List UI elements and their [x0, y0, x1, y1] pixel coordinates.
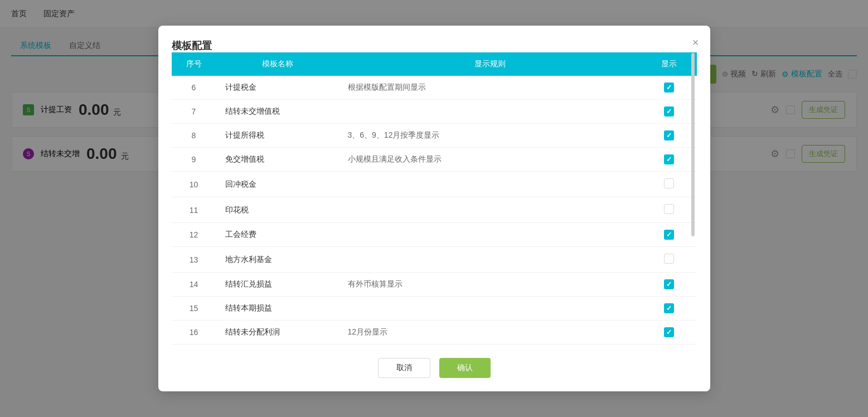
config-table: 序号 模板名称 显示规则 显示 6计提税金根据模版配置期间显示7结转未交增值税8… [172, 52, 697, 345]
cell-id: 12 [172, 223, 216, 247]
cell-id: 10 [172, 172, 216, 197]
cell-checkbox [641, 197, 697, 223]
col-header-name: 模板名称 [216, 52, 339, 76]
checkbox-row-14[interactable] [664, 279, 674, 289]
cell-id: 6 [172, 76, 216, 100]
table-row: 14结转汇兑损益有外币核算显示 [172, 273, 697, 297]
modal-footer: 取消 确认 [172, 358, 697, 378]
checkbox-row-13[interactable] [664, 254, 674, 264]
checkbox-row-16[interactable] [664, 327, 674, 337]
table-row: 12工会经费 [172, 223, 697, 247]
cell-id: 16 [172, 321, 216, 345]
cell-id: 13 [172, 247, 216, 273]
cell-name: 结转未分配利润 [216, 321, 339, 345]
cell-name: 印花税 [216, 197, 339, 223]
cell-name: 回冲税金 [216, 172, 339, 197]
cell-name: 工会经费 [216, 223, 339, 247]
cell-rule: 根据模版配置期间显示 [339, 76, 641, 100]
cell-checkbox [641, 273, 697, 297]
cell-checkbox [641, 321, 697, 345]
cell-name: 免交增值税 [216, 148, 339, 172]
confirm-button[interactable]: 确认 [439, 358, 491, 378]
table-row: 6计提税金根据模版配置期间显示 [172, 76, 697, 100]
col-header-rule: 显示规则 [339, 52, 641, 76]
checkbox-row-8[interactable] [664, 130, 674, 140]
table-row: 13地方水利基金 [172, 247, 697, 273]
cell-rule [339, 223, 641, 247]
cell-name: 结转未交增值税 [216, 100, 339, 124]
cell-rule: 3、6、9、12月按季度显示 [339, 124, 641, 148]
table-wrapper: 序号 模板名称 显示规则 显示 6计提税金根据模版配置期间显示7结转未交增值税8… [172, 52, 697, 358]
col-header-display: 显示 [641, 52, 697, 76]
table-row: 16结转未分配利润12月份显示 [172, 321, 697, 345]
cell-name: 结转汇兑损益 [216, 273, 339, 297]
cancel-button[interactable]: 取消 [378, 358, 430, 378]
cell-id: 8 [172, 124, 216, 148]
cell-checkbox [641, 148, 697, 172]
table-header-row: 序号 模板名称 显示规则 显示 [172, 52, 697, 76]
cell-checkbox [641, 124, 697, 148]
modal-overlay: 模板配置 × 序号 模板名称 显示规则 显示 6计提税金根据模版配置期间显示7结… [0, 0, 868, 417]
cell-checkbox [641, 172, 697, 197]
cell-checkbox [641, 223, 697, 247]
modal-title: 模板配置 [172, 40, 212, 51]
cell-rule [339, 247, 641, 273]
cell-rule: 12月份显示 [339, 321, 641, 345]
col-header-id: 序号 [172, 52, 216, 76]
cell-name: 计提税金 [216, 76, 339, 100]
checkbox-row-9[interactable] [664, 154, 674, 164]
cell-id: 11 [172, 197, 216, 223]
table-row: 9免交增值税小规模且满足收入条件显示 [172, 148, 697, 172]
checkbox-row-11[interactable] [664, 204, 674, 214]
table-row: 10回冲税金 [172, 172, 697, 197]
cell-rule [339, 197, 641, 223]
cell-id: 14 [172, 273, 216, 297]
checkbox-row-10[interactable] [664, 178, 674, 188]
cell-rule [339, 100, 641, 124]
modal-close-button[interactable]: × [692, 37, 699, 48]
cell-id: 7 [172, 100, 216, 124]
cell-rule: 小规模且满足收入条件显示 [339, 148, 641, 172]
cell-rule [339, 172, 641, 197]
cell-id: 15 [172, 297, 216, 321]
cell-id: 9 [172, 148, 216, 172]
cell-checkbox [641, 100, 697, 124]
cell-name: 结转本期损益 [216, 297, 339, 321]
table-row: 8计提所得税3、6、9、12月按季度显示 [172, 124, 697, 148]
cell-checkbox [641, 297, 697, 321]
cell-rule [339, 297, 641, 321]
cell-rule: 有外币核算显示 [339, 273, 641, 297]
scroll-thumb [691, 53, 695, 236]
table-row: 11印花税 [172, 197, 697, 223]
table-row: 15结转本期损益 [172, 297, 697, 321]
checkbox-row-7[interactable] [664, 106, 674, 117]
checkbox-row-15[interactable] [664, 303, 674, 313]
scrollbar[interactable] [691, 52, 695, 358]
checkbox-row-12[interactable] [664, 230, 674, 240]
cell-name: 计提所得税 [216, 124, 339, 148]
checkbox-row-6[interactable] [664, 83, 674, 93]
cell-checkbox [641, 247, 697, 273]
cell-checkbox [641, 76, 697, 100]
table-row: 7结转未交增值税 [172, 100, 697, 124]
modal-template-config: 模板配置 × 序号 模板名称 显示规则 显示 6计提税金根据模版配置期间显示7结… [158, 26, 710, 391]
cell-name: 地方水利基金 [216, 247, 339, 273]
